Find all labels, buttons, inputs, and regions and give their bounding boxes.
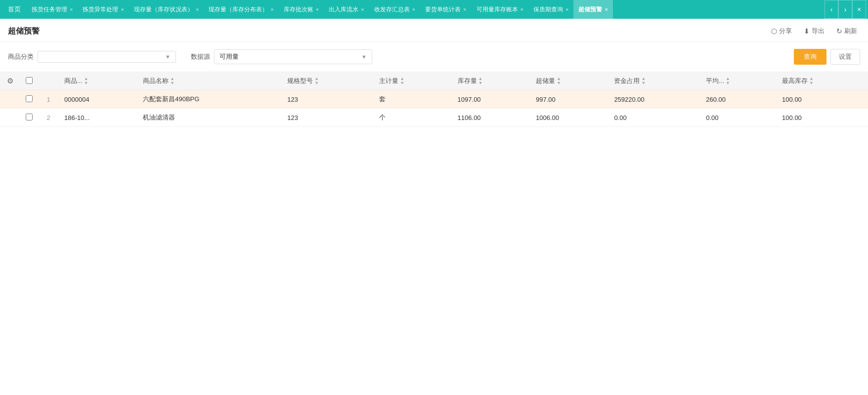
chevron-down-icon: ▼ [165, 54, 171, 60]
nav-arrows: ‹ › × [825, 0, 866, 19]
th-spec[interactable]: 规格型号 ▲▼ [281, 72, 373, 90]
th-max-stock[interactable]: 最高库存 ▲▼ [776, 72, 868, 90]
sort-icon-product-name: ▲▼ [170, 77, 174, 85]
nav-tab-6-label: 出入库流水 [329, 5, 358, 14]
nav-tab-3-close[interactable]: × [196, 6, 199, 12]
nav-tab-5-label: 库存批次账 [284, 5, 313, 14]
row-over-stock-1: 1006.00 [530, 109, 608, 127]
th-product-code[interactable]: 商品... ▲▼ [58, 72, 137, 90]
gear-icon[interactable]: ⚙ [7, 77, 13, 85]
nav-tab-2-label: 拣货异常处理 [83, 5, 118, 14]
settings-button[interactable]: 设置 [830, 49, 860, 65]
th-stock[interactable]: 库存量 ▲▼ [452, 72, 530, 90]
sort-icon-product-code: ▲▼ [84, 77, 88, 85]
product-category-select[interactable]: ▼ [38, 51, 176, 63]
th-capital-occupy-label: 资金占用 [614, 77, 640, 85]
row-checkbox-0[interactable] [26, 95, 33, 102]
nav-tab-3[interactable]: 现存量（库存状况表） × [129, 0, 204, 19]
row-gear-1 [0, 109, 20, 127]
nav-arrow-close[interactable]: × [852, 0, 866, 19]
export-label: 导出 [812, 27, 825, 36]
data-source-value: 可用量 [219, 52, 239, 61]
row-product-code-1: 186-10... [58, 109, 137, 127]
nav-tab-11-close[interactable]: × [605, 6, 608, 12]
table-row[interactable]: 1 0000004 六配套新昌490BPG 123 套 1097.00 997.… [0, 90, 868, 109]
nav-tab-5-close[interactable]: × [316, 6, 319, 12]
table-row[interactable]: 2 186-10... 机油滤清器 123 个 1106.00 1006.00 … [0, 109, 868, 127]
nav-home[interactable]: 首页 [2, 0, 27, 19]
nav-tab-1-label: 拣货任务管理 [32, 5, 67, 14]
nav-tab-10-close[interactable]: × [565, 6, 568, 12]
nav-tab-5[interactable]: 库存批次账 × [279, 0, 324, 19]
nav-tab-8-close[interactable]: × [463, 6, 466, 12]
nav-arrow-right[interactable]: › [838, 0, 852, 19]
nav-tab-6-close[interactable]: × [361, 6, 364, 12]
row-over-stock-0: 997.00 [530, 90, 608, 109]
sort-icon-spec: ▲▼ [314, 77, 319, 85]
nav-tab-9[interactable]: 可用量库存账本 × [472, 0, 528, 19]
sort-icon-unit: ▲▼ [400, 77, 404, 85]
query-button[interactable]: 查询 [794, 49, 826, 65]
filter-product-category: 商品分类 ▼ [8, 51, 176, 63]
th-gear: ⚙ [0, 72, 20, 90]
sort-icon-max-stock: ▲▼ [809, 77, 814, 85]
product-category-label: 商品分类 [8, 52, 34, 61]
row-checkbox-cell-0 [20, 90, 39, 109]
nav-tab-2[interactable]: 拣货异常处理 × [78, 0, 129, 19]
nav-tab-7[interactable]: 收发存汇总表 × [369, 0, 420, 19]
nav-tab-4[interactable]: 现存量（库存分布表） × [204, 0, 278, 19]
th-avg-label: 平均... [706, 77, 724, 85]
nav-tab-8-label: 要货单统计表 [425, 5, 461, 14]
row-stock-0: 1097.00 [452, 90, 530, 109]
nav-tab-1-close[interactable]: × [70, 6, 73, 12]
row-spec-1: 123 [281, 109, 373, 127]
th-product-name-label: 商品名称 [143, 77, 169, 85]
th-over-stock[interactable]: 超储量 ▲▼ [530, 72, 608, 90]
nav-tab-6[interactable]: 出入库流水 × [324, 0, 369, 19]
nav-arrow-left[interactable]: ‹ [825, 0, 838, 19]
row-stock-1: 1106.00 [452, 109, 530, 127]
nav-tab-9-close[interactable]: × [521, 6, 523, 12]
row-capital-occupy-0: 259220.00 [608, 90, 700, 109]
select-all-checkbox[interactable] [26, 77, 33, 84]
refresh-button[interactable]: ↻ 刷新 [833, 25, 860, 38]
filter-area: 商品分类 ▼ 数据源 可用量 ▼ 查询 设置 [0, 42, 868, 72]
share-icon: ⬡ [771, 27, 777, 35]
th-avg[interactable]: 平均... ▲▼ [700, 72, 776, 90]
th-checkbox [20, 72, 39, 90]
nav-tab-10[interactable]: 保质期查询 × [528, 0, 573, 19]
table-container: ⚙ 商品... ▲▼ 商品名称 [0, 72, 868, 127]
row-num-0: 1 [39, 90, 58, 109]
row-avg-0: 260.00 [700, 90, 776, 109]
refresh-icon: ↻ [836, 27, 842, 35]
data-source-select[interactable]: 可用量 ▼ [214, 49, 372, 64]
nav-tab-7-close[interactable]: × [412, 6, 415, 12]
row-product-name-1: 机油滤清器 [137, 109, 281, 127]
nav-tab-11-label: 超储预警 [578, 5, 602, 14]
th-row-num [39, 72, 58, 90]
th-product-name[interactable]: 商品名称 ▲▼ [137, 72, 281, 90]
share-button[interactable]: ⬡ 分享 [768, 25, 795, 38]
th-unit[interactable]: 主计量 ▲▼ [373, 72, 451, 90]
nav-tab-8[interactable]: 要货单统计表 × [420, 0, 471, 19]
data-table: ⚙ 商品... ▲▼ 商品名称 [0, 72, 868, 127]
export-button[interactable]: ⬇ 导出 [801, 25, 827, 38]
th-unit-label: 主计量 [379, 77, 398, 85]
row-capital-occupy-1: 0.00 [608, 109, 700, 127]
sort-icon-capital: ▲▼ [641, 77, 646, 85]
nav-tab-1[interactable]: 拣货任务管理 × [27, 0, 78, 19]
th-capital-occupy[interactable]: 资金占用 ▲▼ [608, 72, 700, 90]
nav-tab-11[interactable]: 超储预警 × [573, 0, 612, 19]
nav-tab-2-close[interactable]: × [121, 6, 124, 12]
header-actions: ⬡ 分享 ⬇ 导出 ↻ 刷新 [768, 25, 860, 38]
sort-icon-avg: ▲▼ [726, 77, 730, 85]
row-max-stock-1: 100.00 [776, 109, 868, 127]
row-unit-1: 个 [373, 109, 451, 127]
table-header-row: ⚙ 商品... ▲▼ 商品名称 [0, 72, 868, 90]
row-max-stock-0: 100.00 [776, 90, 868, 109]
row-checkbox-1[interactable] [26, 114, 33, 120]
table-body: 1 0000004 六配套新昌490BPG 123 套 1097.00 997.… [0, 90, 868, 127]
row-product-name-0: 六配套新昌490BPG [137, 90, 281, 109]
nav-tab-4-label: 现存量（库存分布表） [209, 5, 268, 14]
nav-tab-4-close[interactable]: × [270, 6, 273, 12]
